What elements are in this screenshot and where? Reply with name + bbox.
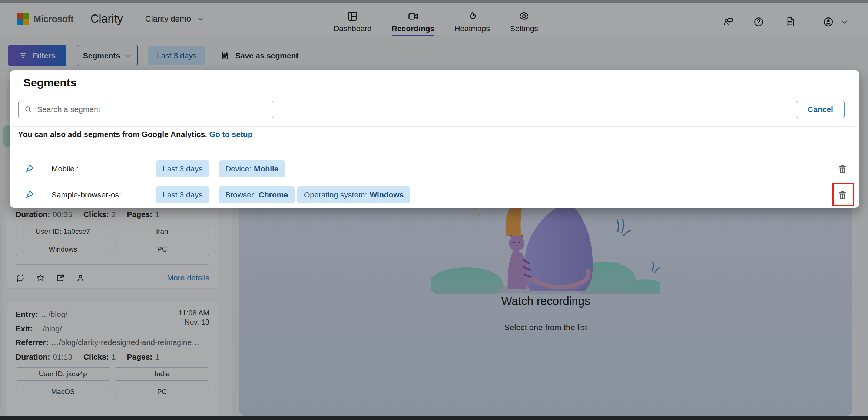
cancel-button[interactable]: Cancel (796, 101, 845, 118)
segment-name: Mobile : (52, 164, 79, 173)
search-icon (24, 105, 33, 114)
segment-name: Sample-browser-os: (52, 190, 121, 199)
delete-segment-icon[interactable] (837, 164, 848, 175)
segment-chip-os: Operating system:Windows (297, 186, 410, 203)
segment-row-mobile[interactable]: Mobile : Last 3 days Device:Mobile (10, 160, 859, 177)
segment-row-sample-browser-os[interactable]: Sample-browser-os: Last 3 days Browser:C… (10, 186, 859, 203)
ga-message-text: You can also add segments from Google An… (18, 130, 207, 138)
segment-chip-browser: Browser:Chrome (219, 186, 295, 203)
segment-search-input[interactable] (37, 105, 268, 114)
pin-icon[interactable] (24, 190, 34, 200)
segment-chip-date: Last 3 days (156, 160, 209, 177)
segment-chip-device: Device:Mobile (219, 160, 285, 177)
modal-dim-overlay[interactable] (0, 0, 868, 420)
segment-chip-date: Last 3 days (156, 186, 209, 203)
go-to-setup-link[interactable]: Go to setup (209, 130, 253, 138)
modal-divider (12, 150, 857, 150)
segment-search-box (18, 101, 274, 118)
modal-divider (12, 126, 857, 127)
modal-title: Segments (23, 76, 76, 89)
annotation-highlight-box (832, 183, 854, 206)
ga-message: You can also add segments from Google An… (18, 130, 252, 139)
segments-modal: Segments Cancel You can also add segment… (10, 70, 859, 208)
pin-icon[interactable] (24, 164, 34, 174)
clarity-recordings-screen: Microsoft Clarity Clarity demo Dashboard… (0, 0, 868, 420)
